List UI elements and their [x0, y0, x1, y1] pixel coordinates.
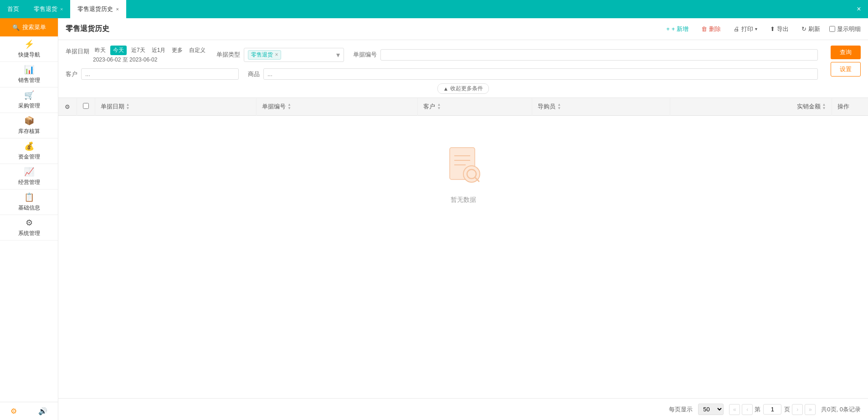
page-of-label: 页	[784, 405, 790, 414]
display-detail-checkbox[interactable]: 显示明细	[829, 25, 861, 33]
th-customer-label: 客户	[423, 102, 435, 111]
sidebar-audio-button[interactable]: 🔊	[38, 407, 47, 415]
purchase-icon: 🛒	[24, 90, 34, 100]
inventory-icon: 📦	[24, 116, 34, 126]
sort-amount[interactable]: 实销金额 ▲▼	[676, 102, 826, 111]
date-option-custom[interactable]: 自定义	[187, 46, 207, 55]
th-action-label: 操作	[837, 103, 849, 110]
page-number-input[interactable]	[763, 404, 781, 415]
sidebar-item-quick-nav-label: 快捷导航	[18, 51, 40, 59]
sidebar-item-purchase-label: 采购管理	[18, 102, 40, 110]
goods-filter-input-wrap	[263, 68, 818, 80]
sidebar-item-inventory-label: 库存核算	[18, 128, 40, 135]
date-option-7days[interactable]: 近7天	[129, 46, 147, 55]
first-page-button[interactable]: «	[729, 404, 740, 415]
type-tag-label: 零售退货	[251, 51, 273, 59]
window-close-button[interactable]: ×	[850, 0, 868, 18]
last-page-button[interactable]: »	[805, 404, 816, 415]
sidebar-item-finance[interactable]: 💰 资金管理	[0, 138, 58, 164]
sidebar-item-inventory[interactable]: 📦 库存核算	[0, 113, 58, 138]
tab-retail-return[interactable]: 零售退货 ×	[26, 0, 70, 18]
quick-nav-icon: ⚡	[24, 39, 34, 49]
date-options-group: 昨天 今天 近7天 近1月 更多 自定义	[93, 46, 207, 55]
sidebar-search-label: 搜索菜单	[22, 23, 46, 31]
new-label: + 新增	[672, 25, 688, 33]
th-voucher-no[interactable]: 单据编号 ▲▼	[256, 98, 417, 116]
settings-button[interactable]: 设置	[831, 62, 861, 77]
th-date[interactable]: 单据日期 ▲▼	[95, 98, 256, 116]
type-tag-remove[interactable]: ×	[275, 51, 278, 58]
print-button[interactable]: 🖨 打印 ▾	[730, 23, 761, 35]
sidebar-bottom: ⚙ 🔊	[0, 402, 58, 420]
page-header: 零售退货历史 + + 新增 🗑 删除 🖨 打印 ▾ ⬆ 导出	[58, 18, 868, 40]
tab-home-label: 首页	[7, 5, 19, 13]
table-area: ⚙ 单据日期 ▲▼ 单据编号	[58, 98, 868, 398]
tab-retail-return-close[interactable]: ×	[60, 6, 63, 12]
sort-voucher[interactable]: 单据编号 ▲▼	[262, 102, 412, 111]
sales-icon: 📊	[24, 65, 34, 75]
voucher-filter-input-wrap	[380, 49, 818, 61]
tab-retail-return-history-label: 零售退货历史	[77, 5, 113, 13]
th-guide[interactable]: 导购员 ▲▼	[532, 98, 670, 116]
th-settings[interactable]: ⚙	[58, 98, 77, 116]
voucher-filter-input[interactable]	[385, 51, 814, 58]
customer-filter-input[interactable]	[85, 71, 235, 77]
export-button[interactable]: ⬆ 导出	[766, 23, 792, 35]
action-buttons: 查询 设置	[831, 46, 861, 77]
delete-button[interactable]: 🗑 删除	[698, 23, 724, 35]
th-amount[interactable]: 实销金额 ▲▼	[670, 98, 832, 116]
display-detail-check[interactable]	[829, 26, 835, 32]
operations-icon: 📈	[24, 167, 34, 177]
th-guide-label: 导购员	[538, 102, 555, 111]
th-customer[interactable]: 客户 ▲▼	[418, 98, 532, 116]
next-page-button[interactable]: ›	[792, 404, 803, 415]
sort-customer[interactable]: 客户 ▲▼	[423, 102, 526, 111]
page-input-group: 第 页	[755, 404, 790, 415]
sidebar-search-button[interactable]: 🔍 搜索菜单	[0, 18, 58, 36]
system-icon: ⚙	[26, 218, 33, 228]
goods-filter-input[interactable]	[267, 71, 814, 77]
refresh-button[interactable]: ↻ 刷新	[798, 23, 824, 35]
filter-area: 单据日期 昨天 今天 近7天 近1月 更多 自定义 2	[58, 40, 868, 98]
finance-icon: 💰	[24, 141, 34, 151]
tab-retail-return-history-close[interactable]: ×	[116, 6, 118, 12]
display-detail-label: 显示明细	[837, 25, 861, 33]
query-button[interactable]: 查询	[831, 46, 861, 59]
date-option-1month[interactable]: 近1月	[150, 46, 168, 55]
settings-gear-icon[interactable]: ⚙	[65, 103, 70, 110]
delete-icon: 🗑	[701, 26, 707, 32]
sort-guide[interactable]: 导购员 ▲▼	[538, 102, 664, 111]
select-all-checkbox[interactable]	[83, 103, 89, 109]
sort-date[interactable]: 单据日期 ▲▼	[101, 102, 251, 111]
sidebar-settings-button[interactable]: ⚙	[10, 407, 17, 415]
sidebar-item-quick-nav[interactable]: ⚡ 快捷导航	[0, 36, 58, 62]
sidebar-item-system[interactable]: ⚙ 系统管理	[0, 215, 58, 241]
sort-customer-arrows: ▲▼	[437, 103, 441, 110]
page-size-select[interactable]: 10 20 50 100	[698, 404, 724, 415]
type-filter-select[interactable]: 零售退货 × ▾	[244, 48, 344, 62]
page-label: 第	[755, 405, 760, 414]
th-amount-label: 实销金额	[797, 102, 821, 111]
table-header-row: ⚙ 单据日期 ▲▼ 单据编号	[58, 98, 868, 116]
tab-retail-return-history[interactable]: 零售退货历史 ×	[70, 0, 126, 18]
sort-date-arrows: ▲▼	[126, 103, 130, 110]
sidebar-item-basic-info[interactable]: 📋 基础信息	[0, 190, 58, 215]
date-option-today[interactable]: 今天	[110, 46, 127, 55]
collapse-button[interactable]: ▲ 收起更多条件	[437, 83, 489, 94]
sidebar-item-purchase[interactable]: 🛒 采购管理	[0, 87, 58, 113]
sort-amount-arrows: ▲▼	[822, 103, 826, 110]
pagination-bar: 每页显示 10 20 50 100 « ‹ 第 页 › » 共0页, 0条记录	[58, 398, 868, 420]
sidebar-item-operations[interactable]: 📈 经营管理	[0, 164, 58, 190]
new-button[interactable]: + + 新增	[663, 23, 692, 35]
sidebar-nav: ⚡ 快捷导航 📊 销售管理 🛒 采购管理 📦 库存核算 💰 资金管理 📈	[0, 36, 58, 402]
refresh-icon: ↻	[801, 26, 806, 32]
print-chevron-icon: ▾	[755, 26, 757, 31]
tab-home[interactable]: 首页	[0, 0, 26, 18]
prev-page-button[interactable]: ‹	[742, 404, 753, 415]
sidebar-item-sales[interactable]: 📊 销售管理	[0, 62, 58, 87]
total-info: 共0页, 0条记录	[821, 405, 861, 414]
th-checkbox[interactable]	[77, 98, 95, 116]
print-icon: 🖨	[734, 26, 740, 32]
date-option-more[interactable]: 更多	[170, 46, 185, 55]
date-option-yesterday[interactable]: 昨天	[93, 46, 108, 55]
